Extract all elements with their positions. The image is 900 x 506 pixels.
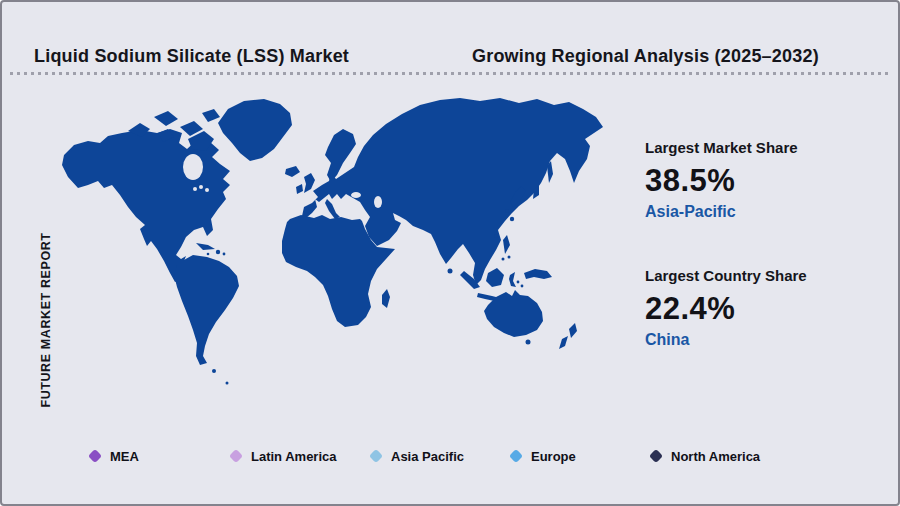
legend-dot-europe	[509, 449, 523, 463]
page-title: Liquid Sodium Silicate (LSS) Market	[34, 46, 349, 67]
legend-item-europe: Europe	[511, 448, 576, 464]
legend-dot-latin-america	[229, 449, 243, 463]
legend-item-mea: MEA	[90, 448, 139, 464]
world-map	[60, 89, 612, 427]
world-map-svg	[60, 89, 612, 427]
stat-market-share: Largest Market Share 38.5% Asia-Pacific	[645, 139, 895, 221]
subtitle-regional-analysis: Growing Regional Analysis (2025–2032)	[472, 46, 819, 67]
stat-value: 22.4%	[645, 291, 895, 327]
stat-region: China	[645, 331, 895, 349]
legend-dot-north-america	[649, 449, 663, 463]
brand-vertical-text: FUTURE MARKET REPORT	[39, 232, 53, 407]
legend-label: MEA	[110, 449, 139, 464]
legend-label: Europe	[531, 449, 576, 464]
stat-label: Largest Country Share	[645, 267, 895, 285]
stats-panel: Largest Market Share 38.5% Asia-Pacific …	[645, 139, 895, 395]
legend-dot-asia-pacific	[369, 449, 383, 463]
legend-item-latin-america: Latin America	[231, 448, 337, 464]
legend-label: Latin America	[251, 449, 337, 464]
stat-value: 38.5%	[645, 163, 895, 199]
legend-item-north-america: North America	[651, 448, 760, 464]
stat-region: Asia-Pacific	[645, 203, 895, 221]
infographic-frame: Liquid Sodium Silicate (LSS) Market Grow…	[0, 0, 900, 506]
dashed-divider	[10, 72, 890, 75]
legend-label: North America	[671, 449, 760, 464]
stat-country-share: Largest Country Share 22.4% China	[645, 267, 895, 349]
legend-item-asia-pacific: Asia Pacific	[371, 448, 464, 464]
legend-label: Asia Pacific	[391, 449, 464, 464]
stat-label: Largest Market Share	[645, 139, 895, 157]
legend-dot-mea	[88, 449, 102, 463]
